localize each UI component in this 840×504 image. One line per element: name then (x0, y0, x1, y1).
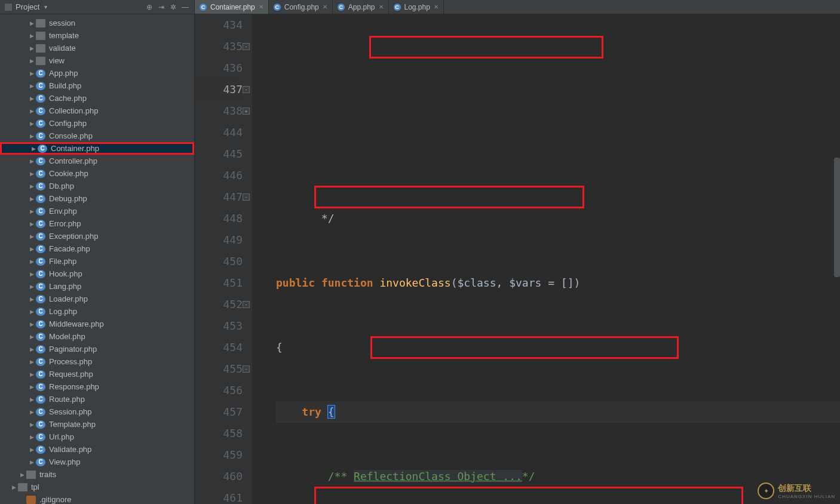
tree-item-validate[interactable]: ▶validate (0, 42, 194, 54)
fold-toggle-icon[interactable]: - (243, 301, 250, 308)
tree-arrow-icon[interactable]: ▶ (29, 171, 35, 177)
fold-toggle-icon[interactable]: + (243, 107, 250, 115)
tab-config-php[interactable]: Config.php✕ (269, 0, 333, 14)
tree-arrow-icon[interactable]: ▶ (29, 96, 35, 102)
tree-item-db-php[interactable]: ▶Db.php (0, 180, 194, 192)
tree-arrow-icon[interactable]: ▶ (29, 371, 35, 377)
tree-arrow-icon[interactable]: ▶ (29, 271, 35, 277)
fold-toggle-icon[interactable]: - (243, 43, 250, 50)
tree-arrow-icon[interactable]: ▶ (29, 321, 35, 327)
tree-item-label: Route.php (49, 395, 85, 404)
code[interactable]: */ public function invokeClass($class, $… (252, 14, 840, 504)
tree-arrow-icon[interactable]: ▶ (29, 45, 35, 51)
tree-arrow-icon[interactable]: ▶ (29, 434, 35, 440)
tree-item-hook-php[interactable]: ▶Hook.php (0, 268, 194, 280)
tree-arrow-icon[interactable]: ▶ (29, 246, 35, 252)
tree-arrow-icon[interactable]: ▶ (29, 83, 35, 89)
tree-item-cookie-php[interactable]: ▶Cookie.php (0, 167, 194, 180)
tree-arrow-icon[interactable]: ▶ (29, 384, 35, 390)
tree-arrow-icon[interactable]: ▶ (29, 447, 35, 453)
tree-item-loader-php[interactable]: ▶Loader.php (0, 293, 194, 305)
tree-item-collection-php[interactable]: ▶Collection.php (0, 105, 194, 117)
tree-arrow-icon[interactable]: ▶ (29, 409, 35, 415)
tree-item-process-php[interactable]: ▶Process.php (0, 355, 194, 368)
tree-item-session-php[interactable]: ▶Session.php (0, 405, 194, 418)
tree-item-config-php[interactable]: ▶Config.php (0, 117, 194, 130)
close-icon[interactable]: ✕ (259, 4, 263, 10)
tree-item-controller-php[interactable]: ▶Controller.php (0, 155, 194, 167)
tree-item-view[interactable]: ▶view (0, 54, 194, 67)
fold-toggle-icon[interactable]: - (243, 193, 250, 201)
tree-item-route-php[interactable]: ▶Route.php (0, 393, 194, 405)
tree-item-console-php[interactable]: ▶Console.php (0, 130, 194, 142)
fold-toggle-icon[interactable]: - (243, 365, 250, 373)
tab-container-php[interactable]: Container.php✕ (195, 0, 269, 14)
tree-item-error-php[interactable]: ▶Error.php (0, 217, 194, 230)
tree-arrow-icon[interactable]: ▶ (29, 259, 35, 265)
tab-app-php[interactable]: App.php✕ (333, 0, 389, 14)
tree-arrow-icon[interactable]: ▶ (29, 58, 35, 64)
tree-item-facade-php[interactable]: ▶Facade.php (0, 242, 194, 255)
tree-item-template[interactable]: ▶template (0, 29, 194, 42)
tree-item--gitignore[interactable]: .gitignore (0, 493, 194, 504)
tree-item-paginator-php[interactable]: ▶Paginator.php (0, 343, 194, 355)
tree-arrow-icon[interactable]: ▶ (19, 472, 25, 478)
close-icon[interactable]: ✕ (379, 4, 384, 10)
tree-item-template-php[interactable]: ▶Template.php (0, 418, 194, 431)
tree-arrow-icon[interactable]: ▶ (29, 108, 35, 114)
tree-arrow-icon[interactable]: ▶ (29, 221, 35, 227)
tree-item-tpl[interactable]: ▶tpl (0, 481, 194, 493)
minimize-icon[interactable]: — (181, 3, 189, 11)
tree-item-middleware-php[interactable]: ▶Middleware.php (0, 318, 194, 330)
tree-item-url-php[interactable]: ▶Url.php (0, 431, 194, 443)
tree-item-response-php[interactable]: ▶Response.php (0, 380, 194, 393)
tree-item-session[interactable]: ▶session (0, 17, 194, 29)
tree-item-traits[interactable]: ▶traits (0, 468, 194, 481)
tree-item-lang-php[interactable]: ▶Lang.php (0, 280, 194, 293)
tree-arrow-icon[interactable]: ▶ (30, 146, 36, 152)
tree-arrow-icon[interactable]: ▶ (29, 296, 35, 302)
tree-arrow-icon[interactable]: ▶ (29, 158, 35, 164)
tree-arrow-icon[interactable]: ▶ (29, 33, 35, 39)
tree-arrow-icon[interactable]: ▶ (29, 459, 35, 465)
tree-arrow-icon[interactable]: ▶ (29, 346, 35, 352)
tree-arrow-icon[interactable]: ▶ (29, 208, 35, 214)
tree-item-app-php[interactable]: ▶App.php (0, 67, 194, 79)
tree-arrow-icon[interactable]: ▶ (29, 334, 35, 340)
tree-arrow-icon[interactable]: ▶ (29, 397, 35, 402)
tree-item-log-php[interactable]: ▶Log.php (0, 305, 194, 318)
collapse-icon[interactable]: ⇥ (157, 3, 165, 11)
tree-item-model-php[interactable]: ▶Model.php (0, 330, 194, 343)
file-tree[interactable]: ▶session▶template▶validate▶view▶App.php▶… (0, 14, 194, 504)
tree-arrow-icon[interactable]: ▶ (29, 359, 35, 365)
tree-arrow-icon[interactable]: ▶ (29, 121, 35, 127)
tree-item-debug-php[interactable]: ▶Debug.php (0, 192, 194, 205)
tree-arrow-icon[interactable]: ▶ (29, 183, 35, 189)
fold-toggle-icon[interactable]: - (243, 86, 250, 93)
tree-item-cache-php[interactable]: ▶Cache.php (0, 92, 194, 105)
tree-item-view-php[interactable]: ▶View.php (0, 456, 194, 468)
target-icon[interactable]: ⊕ (145, 3, 154, 11)
tree-item-build-php[interactable]: ▶Build.php (0, 79, 194, 92)
tab-log-php[interactable]: Log.php✕ (389, 0, 444, 14)
close-icon[interactable]: ✕ (323, 4, 327, 10)
code-area[interactable]: 434435-436437-438+444445446447-448449450… (195, 14, 840, 504)
tree-item-file-php[interactable]: ▶File.php (0, 255, 194, 268)
gear-icon[interactable]: ✲ (169, 3, 177, 11)
tree-arrow-icon[interactable]: ▶ (29, 20, 35, 26)
tree-arrow-icon[interactable]: ▶ (29, 133, 35, 139)
tree-arrow-icon[interactable]: ▶ (29, 422, 35, 428)
tree-arrow-icon[interactable]: ▶ (29, 309, 35, 315)
tree-item-request-php[interactable]: ▶Request.php (0, 368, 194, 380)
close-icon[interactable]: ✕ (434, 4, 439, 10)
tree-item-env-php[interactable]: ▶Env.php (0, 205, 194, 217)
tree-arrow-icon[interactable]: ▶ (11, 484, 17, 490)
tree-arrow-icon[interactable]: ▶ (29, 196, 35, 202)
tree-arrow-icon[interactable]: ▶ (29, 284, 35, 290)
tree-item-container-php[interactable]: ▶Container.php (0, 142, 194, 155)
tree-arrow-icon[interactable]: ▶ (29, 233, 35, 239)
tree-item-exception-php[interactable]: ▶Exception.php (0, 230, 194, 242)
tree-arrow-icon[interactable]: ▶ (29, 70, 35, 76)
tree-item-validate-php[interactable]: ▶Validate.php (0, 443, 194, 456)
chevron-down-icon[interactable]: ▾ (44, 4, 47, 10)
